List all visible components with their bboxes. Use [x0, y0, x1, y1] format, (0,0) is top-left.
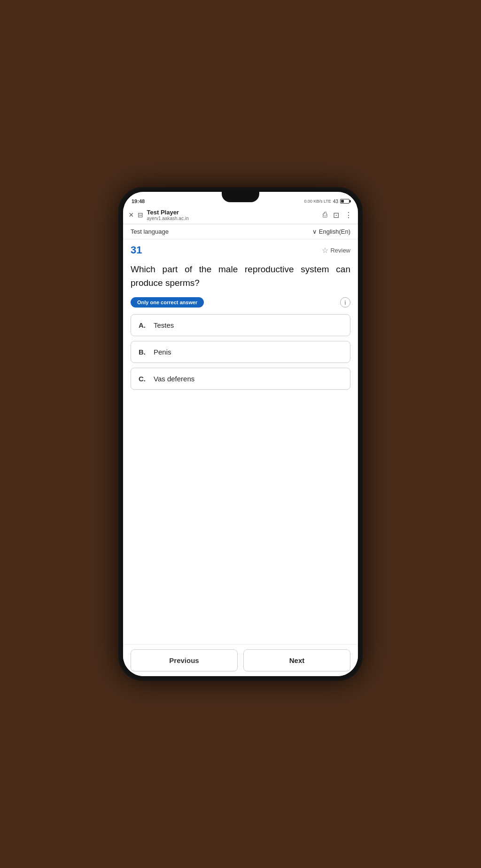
info-icon[interactable]: i	[340, 297, 350, 308]
review-button[interactable]: ☆ Review	[322, 246, 350, 255]
tab-icon: ⊟	[138, 211, 143, 219]
bookmark-icon[interactable]: ⊡	[333, 211, 339, 220]
language-selector[interactable]: ∨ English(En)	[312, 228, 350, 235]
battery-label: 43	[333, 199, 338, 204]
chevron-down-icon: ∨	[312, 228, 317, 235]
close-button[interactable]: ×	[129, 210, 134, 220]
option-a-text: Testes	[154, 321, 174, 329]
previous-button[interactable]: Previous	[131, 649, 238, 671]
status-time: 19:48	[132, 198, 145, 204]
language-label: Test language	[131, 228, 169, 235]
option-c[interactable]: C. Vas deferens	[131, 368, 350, 390]
question-area: 31 ☆ Review Which part of the male repro…	[123, 239, 358, 676]
option-c-letter: C.	[139, 375, 148, 383]
browser-right-section: ⎙ ⊡ ⋮	[323, 211, 352, 220]
review-label: Review	[330, 247, 350, 254]
option-b[interactable]: B. Penis	[131, 341, 350, 363]
battery-icon	[340, 199, 349, 204]
browser-title-block: Test Player ayerv1.aakash.ac.in	[147, 209, 189, 221]
phone-device: 19:48 0.00 KB/s LTE 43 × ⊟ Test Player a…	[118, 187, 363, 681]
option-c-text: Vas deferens	[154, 375, 194, 383]
browser-toolbar: × ⊟ Test Player ayerv1.aakash.ac.in ⎙ ⊡ …	[123, 206, 358, 224]
star-icon: ☆	[322, 246, 328, 255]
status-right-icons: 0.00 KB/s LTE 43	[304, 199, 350, 204]
phone-notch	[222, 192, 259, 202]
browser-url: ayerv1.aakash.ac.in	[147, 216, 189, 221]
next-button[interactable]: Next	[243, 649, 350, 671]
share-icon[interactable]: ⎙	[323, 211, 327, 219]
question-header: 31 ☆ Review	[123, 239, 358, 258]
question-text: Which part of the male reproductive syst…	[123, 258, 358, 295]
option-b-text: Penis	[154, 348, 171, 356]
question-number: 31	[131, 244, 142, 256]
option-a[interactable]: A. Testes	[131, 314, 350, 336]
network-label: 0.00 KB/s LTE	[304, 199, 331, 204]
info-symbol: i	[345, 299, 346, 306]
option-a-letter: A.	[139, 321, 148, 329]
answer-type-row: Only one correct answer i	[123, 295, 358, 312]
options-list: A. Testes B. Penis C. Vas deferens	[123, 312, 358, 644]
menu-icon[interactable]: ⋮	[345, 211, 352, 220]
bottom-navigation: Previous Next	[123, 644, 358, 676]
phone-screen: 19:48 0.00 KB/s LTE 43 × ⊟ Test Player a…	[123, 192, 358, 676]
option-b-letter: B.	[139, 348, 148, 356]
browser-title: Test Player	[147, 209, 189, 216]
answer-type-badge[interactable]: Only one correct answer	[131, 297, 204, 308]
browser-left-section: × ⊟ Test Player ayerv1.aakash.ac.in	[129, 209, 188, 221]
language-bar: Test language ∨ English(En)	[123, 224, 358, 239]
language-value-text: English(En)	[319, 228, 350, 235]
